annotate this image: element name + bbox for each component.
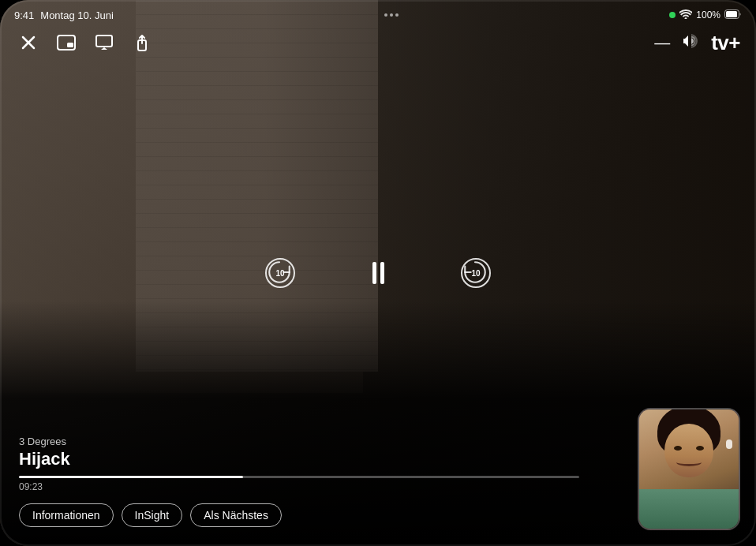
device-frame: 9:41 Montag 10. Juni 100% xyxy=(0,0,756,546)
facetime-pip[interactable] xyxy=(638,408,740,530)
progress-bar-container[interactable] xyxy=(19,476,579,478)
three-dots xyxy=(384,13,399,17)
pause-button[interactable] xyxy=(361,256,395,290)
pip-video xyxy=(639,410,739,529)
status-bar: 9:41 Montag 10. Juni 100% xyxy=(0,0,756,25)
status-time: 9:41 xyxy=(14,9,34,21)
show-title: Hijack xyxy=(19,449,737,469)
info-button[interactable]: Informationen xyxy=(19,503,114,527)
pip-smile xyxy=(676,458,702,466)
svg-rect-1 xyxy=(726,11,737,17)
volume-icon[interactable] xyxy=(683,34,700,51)
action-buttons: Informationen InSight Als Nächstes xyxy=(19,503,737,527)
time-display: 09:23 xyxy=(19,481,737,492)
svg-rect-5 xyxy=(67,43,73,47)
status-bar-right: 100% xyxy=(669,9,742,21)
dot-1 xyxy=(384,13,387,17)
pip-eye-right xyxy=(696,446,704,451)
pip-face xyxy=(664,424,713,477)
share-button[interactable] xyxy=(129,30,155,55)
rewind-button[interactable]: 10 xyxy=(263,256,298,290)
status-bar-left: 9:41 Montag 10. Juni xyxy=(14,9,114,21)
status-date: Montag 10. Juni xyxy=(40,9,114,21)
show-subtitle: 3 Degrees xyxy=(19,436,737,447)
forward-circle: 10 xyxy=(461,258,491,288)
progress-bar-fill xyxy=(19,476,243,478)
pause-bar-right xyxy=(380,262,384,284)
pip-body xyxy=(639,489,739,529)
forward-label: 10 xyxy=(471,269,480,278)
battery-icon xyxy=(724,9,742,21)
airplay-button[interactable] xyxy=(92,30,117,55)
rewind-circle: 10 xyxy=(265,258,295,288)
pip-earbud-right xyxy=(726,439,732,449)
pause-icon xyxy=(372,262,384,284)
insight-button[interactable]: InSight xyxy=(122,503,183,527)
apple-tv-logo: tv+ xyxy=(709,31,740,55)
playback-controls: 10 10 xyxy=(263,256,493,290)
close-button[interactable] xyxy=(16,30,41,55)
pip-eye-left xyxy=(674,446,682,451)
dot-2 xyxy=(390,13,393,17)
dot-3 xyxy=(395,13,399,17)
rewind-label: 10 xyxy=(275,269,284,278)
pip-button[interactable] xyxy=(54,30,79,55)
charging-dot xyxy=(669,12,676,18)
forward-button[interactable]: 10 xyxy=(458,256,493,290)
battery-percent: 100% xyxy=(696,9,720,21)
svg-rect-4 xyxy=(58,36,75,50)
volume-min-icon: — xyxy=(654,34,670,52)
status-bar-center xyxy=(384,13,399,17)
top-left-controls xyxy=(16,30,155,55)
top-right-controls: — tv+ xyxy=(654,31,740,55)
next-button[interactable]: Als Nächstes xyxy=(190,503,282,527)
tv-plus-text: tv+ xyxy=(711,31,740,55)
top-controls: — tv+ xyxy=(16,30,740,55)
wifi-icon xyxy=(679,9,692,21)
svg-rect-6 xyxy=(96,36,112,47)
pause-bar-left xyxy=(372,262,376,284)
